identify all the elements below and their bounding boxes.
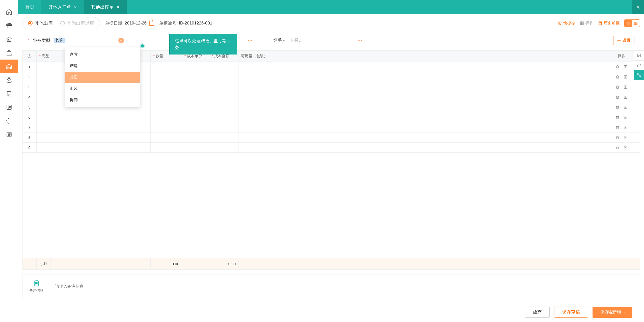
table-row[interactable]: 7	[22, 122, 640, 132]
cell-price[interactable]	[182, 132, 209, 142]
tab-other-out[interactable]: 其他出库单✕	[84, 0, 127, 14]
cell-amount[interactable]	[209, 102, 238, 112]
discard-button[interactable]: 放弃	[525, 307, 550, 318]
nav-warehouse-icon[interactable]	[0, 60, 18, 73]
close-icon[interactable]: ✕	[74, 5, 77, 10]
cell-qty[interactable]	[151, 92, 182, 102]
cell-amount[interactable]	[209, 143, 238, 152]
cell-amount[interactable]	[209, 112, 238, 122]
add-row-icon[interactable]	[623, 145, 629, 151]
delete-row-icon[interactable]	[614, 94, 621, 100]
handler-select[interactable]: 选择...	[289, 36, 352, 45]
view-list-icon[interactable]	[625, 20, 632, 27]
cell-qty[interactable]	[151, 72, 182, 82]
nav-new-icon[interactable]: 新	[0, 128, 18, 141]
cell-price[interactable]	[182, 102, 209, 112]
cell-amount[interactable]	[209, 122, 238, 132]
dock-link-icon[interactable]	[634, 60, 644, 70]
delete-row-icon[interactable]	[614, 74, 621, 80]
cell-qty[interactable]	[151, 132, 182, 142]
cell-product[interactable]	[37, 132, 118, 142]
delete-row-icon[interactable]	[614, 64, 621, 70]
biz-type-select[interactable]: 其它	[53, 36, 124, 45]
cell-price[interactable]	[182, 143, 209, 152]
add-row-icon[interactable]	[623, 124, 629, 130]
cell-price[interactable]	[182, 72, 209, 82]
dropdown-item[interactable]: 拆卸	[65, 94, 140, 106]
save-new-button[interactable]: 保存&新增▾	[593, 307, 632, 318]
cell-unit[interactable]	[118, 143, 151, 152]
delete-row-icon[interactable]	[614, 135, 621, 141]
close-all-tabs[interactable]	[632, 0, 644, 14]
cell-qty[interactable]	[151, 82, 182, 92]
cell-unit[interactable]	[118, 122, 151, 132]
delete-row-icon[interactable]	[614, 145, 621, 151]
dropdown-item[interactable]: 盘亏	[65, 49, 140, 60]
table-row[interactable]: 9	[22, 143, 640, 153]
cell-price[interactable]	[182, 122, 209, 132]
add-row-icon[interactable]	[623, 84, 629, 90]
settings-button[interactable]: 设置	[613, 36, 634, 45]
add-row-icon[interactable]	[623, 74, 629, 80]
date-value[interactable]: 2019-12-26	[125, 21, 147, 26]
cell-qty[interactable]	[151, 143, 182, 152]
cell-amount[interactable]	[209, 92, 238, 102]
table-row[interactable]: 6	[22, 112, 640, 122]
operate-button[interactable]: 操作	[580, 21, 594, 26]
tab-home[interactable]: 首页	[18, 0, 41, 14]
add-row-icon[interactable]	[623, 114, 629, 120]
cell-amount[interactable]	[209, 72, 238, 82]
dropdown-item[interactable]: 其它	[65, 72, 140, 83]
close-icon[interactable]: ✕	[116, 5, 120, 10]
cell-product[interactable]	[37, 122, 118, 132]
cell-amount[interactable]	[209, 82, 238, 92]
cell-price[interactable]	[182, 62, 209, 72]
dropdown-item[interactable]: 赠送	[65, 60, 140, 72]
more-icon[interactable]: ⋯	[357, 37, 363, 43]
notes-input[interactable]	[50, 275, 640, 298]
cell-price[interactable]	[182, 82, 209, 92]
calendar-icon[interactable]	[149, 21, 154, 26]
cell-amount[interactable]	[209, 132, 238, 142]
cell-qty[interactable]	[151, 112, 182, 122]
nav-money-bag-icon[interactable]: ¥	[0, 73, 18, 87]
cell-unit[interactable]	[118, 112, 151, 122]
cell-price[interactable]	[182, 92, 209, 102]
nav-contact-icon[interactable]	[0, 100, 18, 114]
more-icon[interactable]: ⋯	[248, 37, 253, 43]
shortcut-button[interactable]: 快捷键	[558, 21, 575, 26]
cell-qty[interactable]	[151, 102, 182, 112]
tab-other-in[interactable]: 其他入库单✕	[41, 0, 84, 14]
table-row[interactable]: 8	[22, 132, 640, 143]
cell-qty[interactable]	[151, 62, 182, 72]
dropdown-item[interactable]: 组装	[65, 83, 140, 94]
add-row-icon[interactable]	[623, 135, 629, 141]
history-button[interactable]: 历史单据	[598, 21, 620, 26]
radio-other-out[interactable]: 其他出库	[28, 20, 53, 26]
radio-other-out-return[interactable]: 其他出库退库	[60, 20, 94, 26]
add-row-icon[interactable]	[623, 104, 629, 110]
dock-list-icon[interactable]	[634, 50, 644, 61]
delete-row-icon[interactable]	[614, 114, 621, 120]
delete-row-icon[interactable]	[614, 84, 621, 90]
cell-product[interactable]	[37, 112, 118, 122]
chevron-up-icon[interactable]	[118, 38, 124, 43]
nav-home-icon[interactable]	[0, 5, 18, 19]
cell-product[interactable]	[37, 143, 118, 152]
add-row-icon[interactable]	[623, 64, 629, 70]
cell-price[interactable]	[182, 112, 209, 122]
cell-qty[interactable]	[151, 122, 182, 132]
add-row-icon[interactable]	[623, 94, 629, 100]
cell-unit[interactable]	[118, 132, 151, 142]
view-grid-icon[interactable]	[632, 20, 640, 27]
cell-amount[interactable]	[209, 62, 238, 72]
save-draft-button[interactable]: 保存草稿	[554, 307, 588, 318]
nav-loading-icon[interactable]	[0, 114, 18, 128]
nav-gift-icon[interactable]	[0, 19, 18, 32]
gear-column[interactable]	[22, 51, 37, 62]
nav-clipboard-icon[interactable]	[0, 87, 18, 100]
dock-expand-icon[interactable]	[634, 70, 644, 80]
delete-row-icon[interactable]	[614, 124, 621, 130]
nav-money-house-icon[interactable]: $	[0, 32, 18, 46]
nav-bag-icon[interactable]	[0, 46, 18, 60]
